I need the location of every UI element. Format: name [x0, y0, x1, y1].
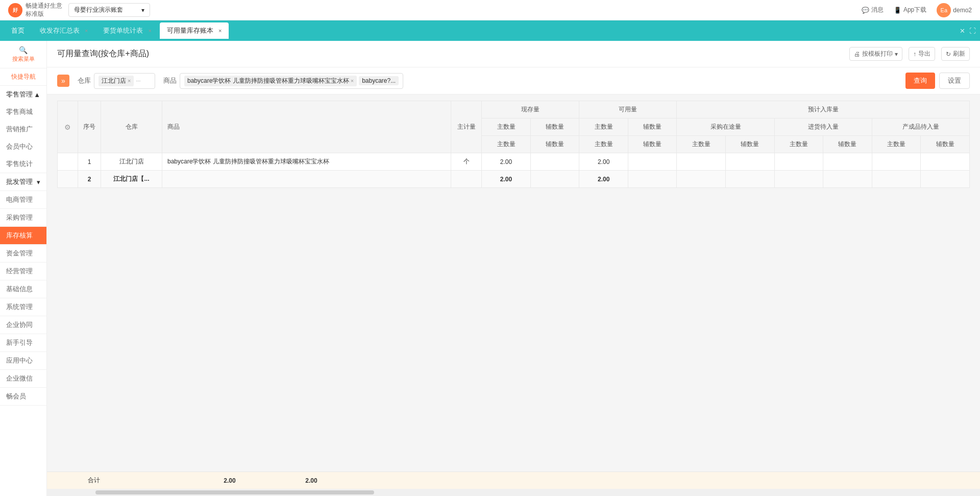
th-warehouse: 仓库 [101, 101, 162, 153]
th-available-main: 主数量 [579, 119, 628, 136]
th-proc-main: 主数量 [677, 136, 726, 153]
filter-bar: » 仓库 江北门店 × ··· 商品 babycare学饮杯 儿童防摔防撞吸管杯… [47, 67, 980, 95]
settings-button[interactable]: 设置 [939, 73, 970, 89]
sidebar-item-member-center[interactable]: 会员中心 [0, 138, 46, 155]
th-cs-main: 主数量 [482, 136, 531, 153]
main-layout: 🔍 搜索菜单 快捷导航 零售管理 ▲ 零售商城 营销推广 会员中心 零售统计 批… [0, 41, 980, 496]
row1-settings [58, 153, 78, 171]
sidebar-item-operation[interactable]: 经营管理 [0, 263, 46, 280]
warehouse-tag: 江北门店 × [99, 76, 134, 86]
sidebar-section-system: 系统管理 [0, 298, 46, 316]
more-warehouses[interactable]: ··· [136, 78, 140, 84]
row1-warehouse: 江北门店 [101, 153, 162, 171]
row2-prod-main [872, 171, 921, 188]
chevron-down-icon: ▾ [141, 7, 144, 14]
sidebar-item-inventory[interactable]: 库存核算 [0, 227, 46, 244]
sidebar-item-finance[interactable]: 资金管理 [0, 245, 46, 262]
sidebar-section-wholesale-label[interactable]: 批发管理 ▾ [0, 173, 46, 191]
tab-receive-summary[interactable]: 收发存汇总表 × [33, 22, 95, 39]
row2-inc-aux [823, 171, 872, 188]
search-icon: 🔍 [4, 46, 42, 54]
sidebar-item-system[interactable]: 系统管理 [0, 298, 46, 316]
th-av-main: 主数量 [579, 136, 628, 153]
row1-product: babycare学饮杯 儿童防摔防撞吸管杯重力球吸嘴杯宝宝水杯 [162, 153, 451, 171]
export-icon: ↑ [913, 51, 916, 58]
th-available-aux: 辅数量 [628, 119, 677, 136]
industry-selector[interactable]: 母婴行业演示账套 ▾ [68, 3, 150, 17]
sidebar-item-marketing[interactable]: 营销推广 [0, 121, 46, 138]
message-icon: 💬 [862, 7, 869, 14]
sidebar-section-retail-label[interactable]: 零售管理 ▲ [0, 86, 46, 103]
sidebar: 🔍 搜索菜单 快捷导航 零售管理 ▲ 零售商城 营销推广 会员中心 零售统计 批… [0, 41, 47, 496]
filter-toggle-button[interactable]: » [57, 75, 69, 87]
app-download-button[interactable]: 📱 App下载 [894, 6, 926, 14]
footer-bar: 合计 2.00 2.00 [47, 471, 980, 489]
logo-area: 好 畅捷通好生意 标准版 [8, 2, 62, 18]
sidebar-item-purchase[interactable]: 采购管理 [0, 209, 46, 226]
footer-current-total: 2.00 [209, 477, 250, 484]
th-prod-aux: 辅数量 [921, 136, 970, 153]
close-all-tabs-icon[interactable]: ✕ [960, 27, 965, 35]
footer-available-total: 2.00 [291, 477, 332, 484]
top-bar-right: 💬 消息 📱 App下载 Ea demo2 [862, 3, 972, 17]
sidebar-section-appcenter: 应用中心 [0, 352, 46, 370]
row2-proc-main [677, 171, 726, 188]
close-tab-order-summary[interactable]: × [148, 28, 151, 34]
sidebar-quick-nav[interactable]: 快捷导航 [0, 68, 46, 86]
row2-inc-main [774, 171, 823, 188]
sidebar-section-retail: 零售管理 ▲ 零售商城 营销推广 会员中心 零售统计 [0, 86, 46, 173]
sidebar-item-enterprise[interactable]: 企业协同 [0, 316, 46, 334]
filter-actions: 查询 设置 [905, 73, 970, 89]
print-template-button[interactable]: 🖨 按模板打印 ▾ [849, 47, 902, 61]
th-prod-main: 主数量 [872, 136, 921, 153]
data-table: ⚙ 序号 仓库 商品 主计量 现存量 可用量 预计入库量 主数量 辅数量 主数量 [57, 101, 970, 188]
refresh-button[interactable]: ↻ 刷新 [941, 47, 970, 61]
horizontal-scrollbar[interactable] [47, 489, 980, 496]
row2-settings [58, 171, 78, 188]
th-av-aux: 辅数量 [628, 136, 677, 153]
tab-home[interactable]: 首页 [4, 22, 32, 39]
sidebar-item-ecom[interactable]: 电商管理 [0, 191, 46, 208]
fullscreen-icon[interactable]: ⛶ [969, 27, 976, 35]
print-dropdown-icon: ▾ [895, 51, 898, 58]
product-tag-1: babycare学饮杯 儿童防摔防撞吸管杯重力球吸嘴杯宝宝水杯 × [184, 76, 357, 86]
message-button[interactable]: 💬 消息 [862, 6, 884, 14]
sidebar-item-basic[interactable]: 基础信息 [0, 280, 46, 298]
th-current-aux: 辅数量 [530, 119, 579, 136]
query-button[interactable]: 查询 [905, 73, 935, 89]
export-button[interactable]: ↑ 导出 [909, 47, 935, 61]
sidebar-item-newbie[interactable]: 新手引导 [0, 334, 46, 351]
th-planned-in: 预计入库量 [677, 101, 970, 119]
sidebar-search[interactable]: 🔍 搜索菜单 [0, 41, 46, 68]
sidebar-item-retail-stats[interactable]: 零售统计 [0, 155, 46, 173]
sidebar-item-wechat[interactable]: 企业微信 [0, 370, 46, 387]
sidebar-section-ecom: 电商管理 [0, 191, 46, 209]
th-settings[interactable]: ⚙ [58, 101, 78, 153]
footer-available-aux-total [332, 477, 373, 484]
sidebar-item-retail-mall[interactable]: 零售商城 [0, 103, 46, 121]
tab-controls: ✕ ⛶ [960, 27, 976, 35]
table-container: ⚙ 序号 仓库 商品 主计量 现存量 可用量 预计入库量 主数量 辅数量 主数量 [47, 95, 980, 471]
row1-inc-main [774, 153, 823, 171]
column-settings-icon: ⚙ [64, 123, 71, 131]
remove-product-tag-1[interactable]: × [351, 78, 354, 84]
scrollbar-thumb[interactable] [95, 490, 374, 494]
sidebar-section-member: 畅会员 [0, 388, 46, 406]
sidebar-section-basic: 基础信息 [0, 280, 46, 298]
row1-unit: 个 [451, 153, 482, 171]
sidebar-item-appcenter[interactable]: 应用中心 [0, 352, 46, 369]
warehouse-input[interactable]: 江北门店 × ··· [94, 73, 155, 89]
row2-proc-aux [726, 171, 775, 188]
close-tab-available-inventory[interactable]: × [218, 28, 222, 34]
user-menu[interactable]: Ea demo2 [937, 3, 972, 17]
chevron-icon-2: ▾ [37, 178, 40, 186]
product-tag-2: babycare?... [359, 76, 399, 85]
sidebar-item-member[interactable]: 畅会员 [0, 388, 46, 405]
remove-warehouse-tag[interactable]: × [128, 78, 131, 84]
product-input[interactable]: babycare学饮杯 儿童防摔防撞吸管杯重力球吸嘴杯宝宝水杯 × babyca… [180, 73, 403, 89]
close-tab-receive-summary[interactable]: × [85, 28, 88, 34]
row1-available-main: 2.00 [579, 153, 628, 171]
tab-order-summary[interactable]: 要货单统计表 × [96, 22, 158, 39]
page-header: 可用量查询(按仓库+商品) 🖨 按模板打印 ▾ ↑ 导出 ↻ 刷新 [47, 41, 980, 67]
tab-available-inventory[interactable]: 可用量库存账本 × [160, 22, 229, 39]
